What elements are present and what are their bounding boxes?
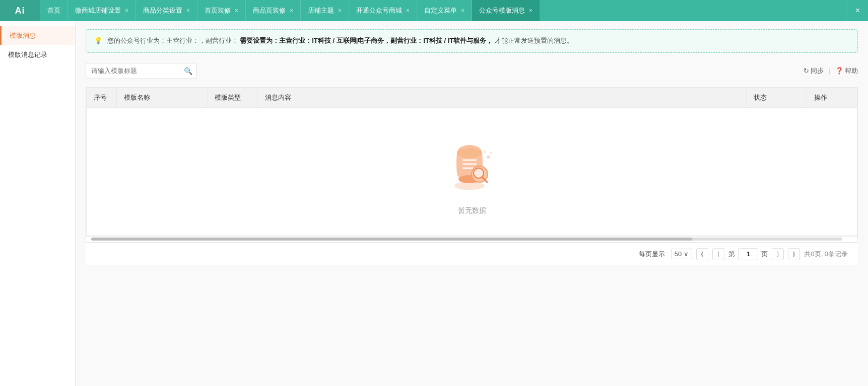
- empty-state: 暂无数据: [87, 108, 857, 236]
- search-input-wrap: 🔍: [86, 63, 196, 79]
- tab-product-decoration[interactable]: 商品页装修 ×: [246, 0, 301, 21]
- tab-theme[interactable]: 店铺主题 ×: [301, 0, 349, 21]
- help-button[interactable]: ❓ 帮助: [835, 66, 858, 75]
- tab-homepage-decoration[interactable]: 首页装修 ×: [197, 0, 246, 21]
- tab-custom-menu[interactable]: 自定义菜单 ×: [417, 0, 472, 21]
- tab-open-mall[interactable]: 开通公众号商城 ×: [349, 0, 417, 21]
- next-page-button[interactable]: ⟩: [772, 248, 784, 260]
- search-bar: 🔍 ↻ 同步 | ❓ 帮助: [86, 63, 858, 79]
- svg-point-10: [490, 152, 492, 154]
- scrollbar-track: [91, 238, 842, 241]
- svg-point-11: [484, 151, 486, 153]
- search-icon[interactable]: 🔍: [184, 67, 192, 75]
- table-header: 序号 模版名称 模版类型 消息内容 状态 操作: [87, 88, 857, 107]
- first-page-button[interactable]: ⟨ ⟨: [696, 248, 708, 260]
- help-label: 帮助: [845, 66, 858, 75]
- sync-label: 同步: [811, 66, 824, 75]
- sidebar-item-template-msg-label: 模版消息: [10, 32, 36, 39]
- tab-template-msg-label: 公众号模版消息: [479, 6, 525, 15]
- data-table: 序号 模版名称 模版类型 消息内容 状态 操作: [86, 88, 857, 236]
- sidebar: 模版消息 模版消息记录: [0, 21, 76, 386]
- svg-point-9: [487, 156, 490, 159]
- page-size-chevron: ∨: [684, 250, 689, 258]
- svg-point-1: [457, 148, 482, 158]
- page-size-label: 每页显示: [639, 250, 665, 259]
- page-size-select[interactable]: 50 ∨: [671, 249, 692, 259]
- tab-category-close[interactable]: ×: [186, 7, 190, 14]
- tab-template-msg-close[interactable]: ×: [529, 7, 532, 14]
- scrollbar-thumb: [91, 238, 692, 241]
- th-action: 操作: [807, 88, 857, 107]
- logo-tab[interactable]: Ai: [0, 0, 40, 21]
- tab-category-label: 商品分类设置: [143, 6, 182, 15]
- empty-illustration: [442, 138, 502, 198]
- tab-homepage-decoration-label: 首页装修: [205, 6, 231, 15]
- notice-text-suffix: 才能正常发送预置的消息。: [495, 37, 573, 44]
- main-layout: 模版消息 模版消息记录 💡 您的公众号行业为：主营行业：，副营行业： 需要设置为…: [0, 21, 868, 386]
- tab-theme-close[interactable]: ×: [338, 7, 342, 14]
- content-area: 💡 您的公众号行业为：主营行业：，副营行业： 需要设置为：主营行业：IT科技 /…: [76, 21, 868, 386]
- close-all-button[interactable]: ×: [847, 0, 868, 21]
- next-page-icon: ⟩: [777, 251, 779, 258]
- tab-shop-settings[interactable]: 微商城店铺设置 ×: [68, 0, 136, 21]
- tab-open-mall-close[interactable]: ×: [406, 7, 410, 14]
- page-size-value: 50: [675, 250, 682, 258]
- tab-custom-menu-label: 自定义菜单: [424, 6, 457, 15]
- sidebar-item-template-msg[interactable]: 模版消息: [0, 26, 75, 45]
- sync-button[interactable]: ↻ 同步: [804, 66, 824, 75]
- page-input-wrap: 第 页: [728, 248, 768, 260]
- th-index: 序号: [87, 88, 117, 107]
- th-status: 状态: [747, 88, 807, 107]
- toolbar-right: ↻ 同步 | ❓ 帮助: [804, 66, 858, 75]
- th-name: 模版名称: [117, 88, 208, 107]
- page-label: 第: [728, 250, 735, 259]
- sidebar-item-template-msg-log[interactable]: 模版消息记录: [0, 45, 75, 64]
- pagination-bar: 每页显示 50 ∨ ⟨ ⟨ ⟨ 第 页 ⟩ ⟩ ⟩: [86, 243, 858, 265]
- tab-shop-settings-close[interactable]: ×: [125, 7, 128, 14]
- topbar: Ai 首页 微商城店铺设置 × 商品分类设置 × 首页装修 × 商品页装修 × …: [0, 0, 868, 21]
- tab-homepage-decoration-close[interactable]: ×: [235, 7, 238, 14]
- total-info: 共0页, 0条记录: [804, 250, 848, 259]
- th-content: 消息内容: [258, 88, 747, 107]
- notice-text-prefix: 您的公众号行业为：主营行业：，副营行业：: [107, 37, 238, 44]
- tab-template-msg[interactable]: 公众号模版消息 ×: [472, 0, 540, 21]
- page-number-input[interactable]: [738, 248, 758, 260]
- close-all-icon: ×: [855, 6, 860, 15]
- table-wrap: 序号 模版名称 模版类型 消息内容 状态 操作: [86, 87, 858, 243]
- first-page-icon2: ⟨: [701, 251, 704, 258]
- notice-icon: 💡: [94, 37, 102, 44]
- toolbar-divider: |: [829, 67, 830, 74]
- tab-open-mall-label: 开通公众号商城: [356, 6, 402, 15]
- sidebar-item-template-msg-log-label: 模版消息记录: [8, 51, 47, 58]
- tab-product-decoration-label: 商品页装修: [253, 6, 286, 15]
- tab-theme-label: 店铺主题: [308, 6, 334, 15]
- last-page-icon2: ⟩: [793, 251, 795, 258]
- search-input[interactable]: [86, 63, 196, 79]
- last-page-button[interactable]: ⟩ ⟩: [788, 248, 800, 260]
- prev-page-icon: ⟨: [717, 251, 720, 258]
- tab-shop-settings-label: 微商城店铺设置: [75, 6, 121, 15]
- page-suffix: 页: [761, 250, 768, 259]
- notice-highlight: 需要设置为：主营行业：IT科技 / 互联网|电子商务，副营行业：IT科技 / I…: [240, 37, 493, 44]
- help-icon: ❓: [835, 67, 843, 74]
- tab-product-decoration-close[interactable]: ×: [290, 7, 293, 14]
- horizontal-scrollbar[interactable]: [86, 236, 857, 242]
- th-type: 模版类型: [208, 88, 258, 107]
- tab-home[interactable]: 首页: [40, 0, 68, 21]
- tab-home-label: 首页: [47, 6, 60, 15]
- table-body: 暂无数据: [87, 107, 857, 236]
- logo-text: Ai: [15, 6, 25, 16]
- tab-category[interactable]: 商品分类设置 ×: [136, 0, 197, 21]
- svg-point-7: [474, 168, 484, 178]
- tab-custom-menu-close[interactable]: ×: [461, 7, 464, 14]
- empty-text: 暂无数据: [458, 206, 486, 215]
- prev-page-button[interactable]: ⟨: [712, 248, 724, 260]
- notice-box: 💡 您的公众号行业为：主营行业：，副营行业： 需要设置为：主营行业：IT科技 /…: [86, 29, 858, 53]
- sync-icon: ↻: [804, 67, 809, 74]
